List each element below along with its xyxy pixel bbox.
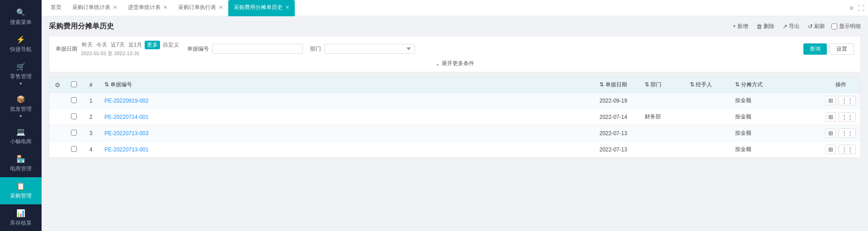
th-handler: ⇅ 经手人 <box>685 77 731 93</box>
table-row: 3 PE-20220713-003 2022-07-13 按金额 ⊞ ⋮⋮ <box>49 125 860 141</box>
tab-bar: 首页 采购订单统计表 ✕ 进货单统计表 ✕ 采购订单执行表 ✕ 采购费用分摊单历… <box>42 0 868 16</box>
sidebar-item-inventory[interactable]: 📊 库存核算 <box>0 204 42 231</box>
edit-btn-0[interactable]: ⋮⋮ <box>839 96 856 105</box>
date-field: 单据日期 昨天 今天 近7天 近1月 更多 自定义 2022-01-01 至 2… <box>56 41 180 57</box>
shortcut-7days[interactable]: 近7天 <box>110 41 126 49</box>
main-content: 首页 采购订单统计表 ✕ 进货单统计表 ✕ 采购订单执行表 ✕ 采购费用分摊单历… <box>42 0 868 231</box>
doc-no-link-2[interactable]: PE-20220713-003 <box>104 130 148 137</box>
sort-date-icon[interactable]: ⇅ <box>599 81 604 88</box>
settings-gear-icon[interactable]: ⚙ <box>55 81 61 89</box>
edit-btn-1[interactable]: ⋮⋮ <box>839 112 856 122</box>
export-button[interactable]: ↗ 导出 <box>781 22 802 31</box>
row-check-2 <box>66 125 82 141</box>
data-table: ⚙ # ⇅ 单据编号 ⇅ 单据日期 <box>49 77 860 158</box>
row-date-0: 2022-09-19 <box>595 93 640 109</box>
data-table-container: ⚙ # ⇅ 单据编号 ⇅ 单据日期 <box>49 77 861 158</box>
tab-home[interactable]: 首页 <box>45 0 67 16</box>
shortcut-yesterday[interactable]: 昨天 <box>81 41 94 49</box>
row-handler-1 <box>685 109 731 125</box>
th-no: # <box>82 77 100 93</box>
sort-handler-icon[interactable]: ⇅ <box>690 81 694 88</box>
sort-split-icon[interactable]: ⇅ <box>735 81 740 88</box>
retail-icon: 🛒 <box>16 62 25 71</box>
sort-dept-icon[interactable]: ⇅ <box>645 81 649 88</box>
row-split-3: 按金额 <box>731 141 821 158</box>
doc-no-input[interactable] <box>212 44 303 54</box>
sidebar-item-wholesale[interactable]: 📦 批发管理 ▼ <box>0 90 42 123</box>
edit-btn-2[interactable]: ⋮⋮ <box>839 128 856 138</box>
action-btns-2: ⊞ ⋮⋮ <box>826 128 856 138</box>
row-handler-0 <box>685 93 731 109</box>
show-cols-toggle[interactable]: 显示明细 <box>831 23 861 30</box>
tab-purchase-exec-close[interactable]: ✕ <box>219 5 223 10</box>
sidebar-item-quicknav[interactable]: ⚡ 快捷导航 <box>0 31 42 58</box>
wholesale-arrow: ▼ <box>19 114 23 118</box>
page-header: 采购费用分摊单历史 + 新增 🗑 删除 ↗ 导出 ↺ 刷新 <box>49 22 861 31</box>
table-row: 1 PE-20220919-002 2022-09-19 按金额 ⊞ ⋮⋮ <box>49 93 860 109</box>
purchase-icon: 📋 <box>16 182 25 190</box>
shortcut-more[interactable]: 更多 <box>145 41 160 49</box>
show-cols-checkbox[interactable] <box>831 24 837 29</box>
refresh-icon: ↺ <box>808 23 813 30</box>
refresh-button[interactable]: ↺ 刷新 <box>806 22 827 31</box>
row-checkbox-3[interactable] <box>71 146 77 152</box>
row-no-1: 2 <box>82 109 100 125</box>
view-btn-3[interactable]: ⊞ <box>826 145 836 154</box>
row-action-1: ⊞ ⋮⋮ <box>821 109 860 125</box>
row-dept-0 <box>640 93 685 109</box>
tab-purchase-stats[interactable]: 采购订单统计表 ✕ <box>67 0 123 16</box>
toolbar: + 新增 🗑 删除 ↗ 导出 ↺ 刷新 显示明细 <box>731 22 861 31</box>
tab-purchase-exec[interactable]: 采购订单执行表 ✕ <box>173 0 228 16</box>
wholesale-icon: 📦 <box>16 95 25 104</box>
row-checkbox-2[interactable] <box>71 130 77 136</box>
tab-cost-history-close[interactable]: ✕ <box>285 5 289 10</box>
sort-doc-icon[interactable]: ⇅ <box>104 81 109 88</box>
select-all-checkbox[interactable] <box>71 81 77 87</box>
table-row: 4 PE-20220713-001 2022-07-13 按金额 ⊞ ⋮⋮ <box>49 141 860 158</box>
tab-purchase-stats-close[interactable]: ✕ <box>113 5 117 10</box>
dept-field: 部门 财务部 <box>310 44 415 54</box>
sidebar-item-purchase[interactable]: 📋 采购管理 <box>0 177 42 204</box>
row-checkbox-1[interactable] <box>71 113 77 119</box>
row-checkbox-0[interactable] <box>71 97 77 103</box>
sidebar-item-retail[interactable]: 🛒 零售管理 ▼ <box>0 58 42 90</box>
search-panel: 单据日期 昨天 今天 近7天 近1月 更多 自定义 2022-01-01 至 2… <box>49 36 861 72</box>
date-controls: 昨天 今天 近7天 近1月 更多 自定义 2022-01-01 至 2022-1… <box>81 41 180 57</box>
shortcut-1month[interactable]: 近1月 <box>127 41 143 49</box>
shortcut-custom[interactable]: 自定义 <box>162 41 180 49</box>
th-doc-no: ⇅ 单据编号 <box>100 77 595 93</box>
expand-button[interactable]: ⌄ 展开更多条件 <box>435 60 474 67</box>
view-btn-2[interactable]: ⊞ <box>826 128 836 138</box>
query-button[interactable]: 查询 <box>803 43 827 55</box>
sidebar-item-ecommerce[interactable]: 🏪 电商管理 <box>0 150 42 177</box>
sidebar-item-search[interactable]: 🔍 搜索菜单 <box>0 4 42 31</box>
sidebar-item-ecommerce-small[interactable]: 💻 小畅电商 <box>0 123 42 150</box>
edit-btn-3[interactable]: ⋮⋮ <box>839 145 856 154</box>
close-window-icon[interactable]: ✕ <box>849 5 854 12</box>
retail-arrow: ▼ <box>19 81 23 86</box>
row-handler-3 <box>685 141 731 158</box>
tab-actions: ✕ ⛶ <box>849 5 864 12</box>
view-btn-0[interactable]: ⊞ <box>826 96 836 105</box>
tab-inbound-stats[interactable]: 进货单统计表 ✕ <box>123 0 173 16</box>
row-handler-2 <box>685 125 731 141</box>
view-btn-1[interactable]: ⊞ <box>826 112 836 122</box>
doc-no-link-1[interactable]: PE-20220714-001 <box>104 114 148 120</box>
row-check-0 <box>66 93 82 109</box>
date-shortcuts: 昨天 今天 近7天 近1月 更多 自定义 <box>81 41 180 49</box>
th-dept: ⇅ 部门 <box>640 77 685 93</box>
action-btns-0: ⊞ ⋮⋮ <box>826 96 856 105</box>
add-button[interactable]: + 新增 <box>731 22 750 31</box>
shortcut-today[interactable]: 今天 <box>95 41 108 49</box>
action-btns-3: ⊞ ⋮⋮ <box>826 145 856 154</box>
tab-cost-history[interactable]: 采购费用分摊单历史 ✕ <box>228 0 295 16</box>
dept-select[interactable]: 财务部 <box>325 44 415 54</box>
settings-button[interactable]: 设置 <box>830 43 854 55</box>
maximize-window-icon[interactable]: ⛶ <box>858 5 864 12</box>
tab-inbound-stats-close[interactable]: ✕ <box>163 5 167 10</box>
doc-no-link-3[interactable]: PE-20220713-001 <box>104 146 148 153</box>
th-settings: ⚙ <box>49 77 66 93</box>
doc-no-link-0[interactable]: PE-20220919-002 <box>104 98 148 104</box>
delete-button[interactable]: 🗑 删除 <box>755 22 776 31</box>
row-split-0: 按金额 <box>731 93 821 109</box>
